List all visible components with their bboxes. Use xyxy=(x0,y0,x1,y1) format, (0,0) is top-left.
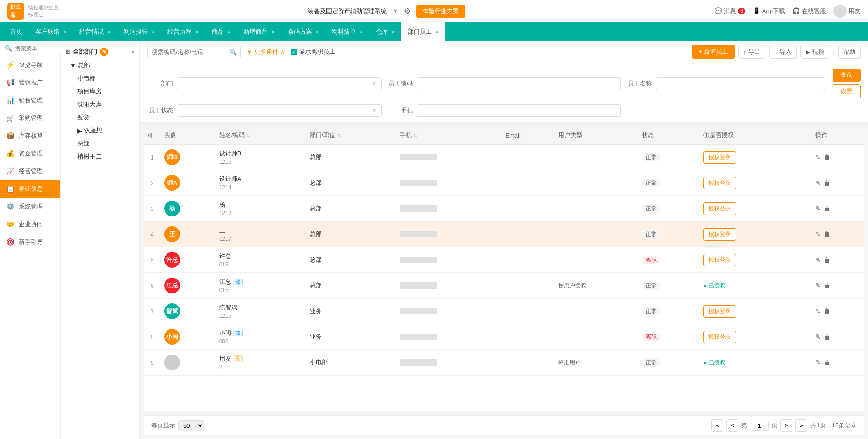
online-service-btn[interactable]: 🎧 在线客服 xyxy=(792,7,826,15)
tab-barcode[interactable]: 条码方案 × xyxy=(281,22,325,41)
phone-input[interactable] xyxy=(417,104,621,117)
nav-item-purchase[interactable]: 🛒 采购管理 xyxy=(0,109,60,127)
dropdown-icon[interactable]: ▼ xyxy=(392,7,398,14)
delete-btn[interactable]: 🗑 xyxy=(824,230,830,238)
auth-login-btn[interactable]: 授权登录 xyxy=(703,177,736,189)
dept-node-shuangzuo[interactable]: ▶ 双座想 xyxy=(68,124,139,137)
dept-node-project[interactable]: 项目库房 xyxy=(68,85,139,98)
tab-new-goods[interactable]: 新增商品 × xyxy=(237,22,281,41)
tab-bom[interactable]: 物料清单 × xyxy=(325,22,369,41)
page-number-input[interactable] xyxy=(750,421,769,431)
auth-login-btn[interactable]: 授权登录 xyxy=(703,331,736,343)
first-page-btn[interactable]: « xyxy=(711,419,723,432)
edit-btn[interactable]: ✎ xyxy=(815,307,821,315)
nav-item-finance[interactable]: 💰 资金管理 xyxy=(0,145,60,162)
th-phone[interactable]: 手机 xyxy=(396,126,501,145)
trial-button[interactable]: 体验行业方案 xyxy=(416,5,465,18)
dept-node-zongbu[interactable]: 总部 xyxy=(68,137,139,150)
th-name-code[interactable]: 姓名/编码 xyxy=(215,126,306,145)
auth-login-btn[interactable]: 授权登录 xyxy=(703,228,736,241)
close-warehouse-icon[interactable]: × xyxy=(392,29,395,35)
delete-btn[interactable]: 🗑 xyxy=(824,205,830,212)
close-goods-icon[interactable]: × xyxy=(228,29,230,35)
edit-btn[interactable]: ✎ xyxy=(815,230,821,238)
dept-filter-select[interactable]: ▼ xyxy=(177,77,382,90)
auth-login-btn[interactable]: 授权登录 xyxy=(703,202,736,215)
close-dept-icon[interactable]: × xyxy=(436,29,438,35)
close-new-goods-icon[interactable]: × xyxy=(271,29,274,35)
dept-node-zhushu[interactable]: 植树王二 xyxy=(68,150,139,163)
emp-code-input[interactable] xyxy=(417,77,621,90)
collapse-btn[interactable]: « xyxy=(132,49,135,55)
th-dept-pos[interactable]: 部门/职位 xyxy=(306,126,396,145)
nav-item-operation[interactable]: 📈 经营管理 xyxy=(0,162,60,180)
delete-btn[interactable]: 🗑 xyxy=(824,179,830,187)
auth-login-btn[interactable]: 授权登录 xyxy=(703,305,736,318)
dept-node-distribution[interactable]: 配货 xyxy=(68,111,139,124)
nav-item-sales[interactable]: 📊 销售管理 xyxy=(0,91,60,109)
edit-btn[interactable]: ✎ xyxy=(815,333,821,341)
close-customer-icon[interactable]: × xyxy=(63,29,66,35)
export-button[interactable]: ↑ 导出 xyxy=(738,45,766,59)
delete-btn[interactable]: 🗑 xyxy=(824,282,830,289)
nav-item-quick[interactable]: ⚡ 快捷导航 xyxy=(0,56,60,74)
view-button[interactable]: ▶ 视频 xyxy=(800,45,829,59)
per-page-select[interactable]: 50 100 200 xyxy=(178,420,204,431)
close-process-icon[interactable]: × xyxy=(195,29,198,35)
tab-warehouse[interactable]: 仓库 × xyxy=(369,22,401,41)
help-button[interactable]: 帮助 xyxy=(838,45,861,59)
tab-goods[interactable]: 商品 × xyxy=(205,22,237,41)
settings-icon[interactable]: ⚙ xyxy=(404,7,410,15)
nav-item-system[interactable]: ⚙️ 系统管理 xyxy=(0,198,60,216)
search-input[interactable] xyxy=(147,46,241,58)
tab-profit[interactable]: 利润报告 × xyxy=(117,22,161,41)
set-button[interactable]: 设置 xyxy=(833,84,861,98)
dept-node-xiaodian[interactable]: 小电部 xyxy=(68,72,139,85)
emp-status-select[interactable]: ▼ xyxy=(177,104,382,117)
delete-btn[interactable]: 🗑 xyxy=(824,333,830,341)
user-btn[interactable]: 用友 xyxy=(833,5,861,18)
nav-item-cooperation[interactable]: 🤝 企业协同 xyxy=(0,216,60,233)
add-employee-button[interactable]: + 新增员工 xyxy=(692,45,734,59)
tab-operation-status[interactable]: 经营情况 × xyxy=(73,22,117,41)
close-profit-icon[interactable]: × xyxy=(152,29,154,35)
dept-node-shenyang[interactable]: 沈阳大库 xyxy=(68,98,139,111)
nav-item-basic[interactable]: 📋 基础信息 xyxy=(0,180,60,198)
nav-item-inventory[interactable]: 📦 库存核算 xyxy=(0,127,60,145)
close-operation-icon[interactable]: × xyxy=(107,29,110,35)
emp-name-input[interactable] xyxy=(656,77,825,90)
auth-login-btn[interactable]: 授权登录 xyxy=(703,254,736,266)
tab-dept-staff[interactable]: 部门员工 × xyxy=(401,22,445,41)
dept-node-general[interactable]: ▼ 总部 xyxy=(61,59,139,72)
settings-col-icon[interactable]: ⚙ xyxy=(147,132,153,139)
edit-btn[interactable]: ✎ xyxy=(815,153,821,161)
app-download-btn[interactable]: 📱 App下载 xyxy=(753,7,785,15)
close-barcode-icon[interactable]: × xyxy=(316,29,319,35)
dept-edit-badge[interactable]: ✎ xyxy=(100,48,108,56)
tab-process[interactable]: 经营历程 × xyxy=(161,22,205,41)
prev-page-btn[interactable]: < xyxy=(726,419,738,432)
delete-btn[interactable]: 🗑 xyxy=(824,359,830,366)
edit-btn[interactable]: ✎ xyxy=(815,282,821,289)
tab-home[interactable]: 首页 xyxy=(4,22,29,41)
nav-item-guide[interactable]: 🎯 新手引导 xyxy=(0,233,60,251)
search-menu-area[interactable]: 🔍 xyxy=(0,41,60,56)
tab-customer[interactable]: 客户联络 × xyxy=(29,22,73,41)
last-page-btn[interactable]: » xyxy=(795,419,807,432)
import-button[interactable]: ↓ 导入 xyxy=(769,45,797,59)
search-button[interactable]: 查询 xyxy=(833,69,861,82)
more-conditions-btn[interactable]: ▼ 更多条件 ∧ xyxy=(246,48,285,56)
auth-login-btn[interactable]: 授权登录 xyxy=(703,151,736,164)
show-resigned-checkbox[interactable]: ✓ xyxy=(291,49,297,55)
delete-btn[interactable]: 🗑 xyxy=(824,256,830,264)
edit-btn[interactable]: ✎ xyxy=(815,359,821,366)
delete-btn[interactable]: 🗑 xyxy=(824,153,830,161)
next-page-btn[interactable]: > xyxy=(780,419,792,432)
messages-btn[interactable]: 💬 消息 6 xyxy=(715,7,745,15)
close-bom-icon[interactable]: × xyxy=(360,29,362,35)
nav-item-marketing[interactable]: 📢 营销推广 xyxy=(0,74,60,91)
edit-btn[interactable]: ✎ xyxy=(815,179,821,187)
edit-btn[interactable]: ✎ xyxy=(815,256,821,264)
delete-btn[interactable]: 🗑 xyxy=(824,307,830,315)
edit-btn[interactable]: ✎ xyxy=(815,205,821,212)
